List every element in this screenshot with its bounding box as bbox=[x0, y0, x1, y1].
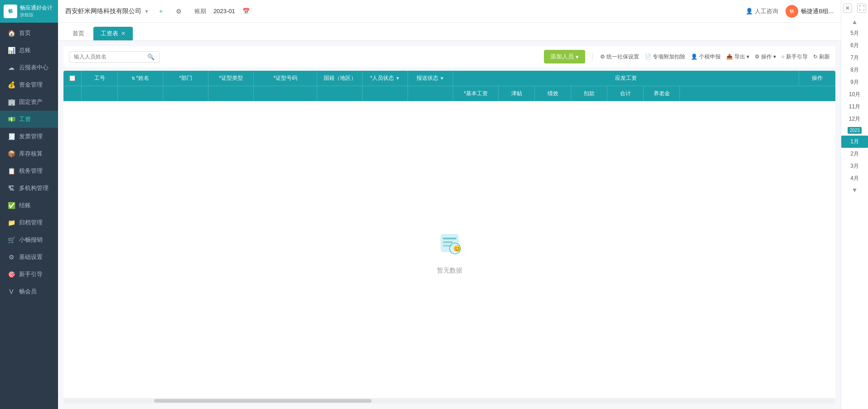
user-avatar: 畅 bbox=[786, 5, 798, 18]
main-area: 西安虾米网络科技有限公司 ▼ ＋ ⚙ 账期 2023-01 📅 👤 人工咨询 畅… bbox=[58, 0, 841, 409]
special-icon: 📄 bbox=[645, 54, 651, 60]
tab-close-icon[interactable]: ✕ bbox=[121, 30, 126, 37]
sidebar-item-cloud[interactable]: ☁ 云报表中心 bbox=[0, 59, 58, 76]
sidebar-label-cloud: 云报表中心 bbox=[19, 63, 48, 72]
guide-button[interactable]: ○ 新手引导 bbox=[781, 53, 808, 61]
company-dropdown-arrow: ▼ bbox=[144, 9, 149, 14]
sidebar-item-payroll[interactable]: 💵 工资 bbox=[0, 111, 58, 128]
panel-controls: ✕ ⛶ bbox=[841, 2, 868, 13]
status-filter-icon[interactable]: ▼ bbox=[395, 76, 400, 81]
sidebar-item-expense[interactable]: 🛒 小畅报销 bbox=[0, 231, 58, 248]
month-4[interactable]: 4月 bbox=[841, 172, 868, 185]
sidebar-label-archive: 归档管理 bbox=[19, 219, 43, 227]
social-icon: ⚙ bbox=[600, 54, 605, 60]
toolbar-left: 🔍 bbox=[69, 51, 160, 63]
th-name: ⇅ *姓名 bbox=[118, 71, 163, 86]
th-performance: 绩效 bbox=[535, 86, 571, 101]
month-2[interactable]: 2月 bbox=[841, 148, 868, 160]
logo-icon: 畅 bbox=[4, 5, 17, 18]
sidebar-item-funds[interactable]: 💰 资金管理 bbox=[0, 76, 58, 93]
scrollbar-thumb[interactable] bbox=[154, 399, 372, 403]
month-10[interactable]: 10月 bbox=[841, 88, 868, 101]
tab-home[interactable]: 首页 bbox=[65, 27, 92, 40]
sidebar-label-funds: 资金管理 bbox=[19, 81, 43, 89]
month-8[interactable]: 8月 bbox=[841, 64, 868, 76]
actions-button[interactable]: ⚙ 操作 ▾ bbox=[755, 53, 776, 61]
tax-report-button[interactable]: 👤 个税申报 bbox=[691, 53, 721, 61]
panel-maximize-button[interactable]: ⛶ bbox=[857, 4, 866, 13]
period-value: 2023-01 bbox=[213, 8, 235, 15]
tax-icon: 📋 bbox=[7, 167, 15, 175]
sidebar-item-inventory[interactable]: 📦 库存核算 bbox=[0, 145, 58, 162]
multi-icon: 🏗 bbox=[7, 185, 15, 192]
year-up-arrow[interactable]: ▲ bbox=[849, 16, 860, 27]
panel-close-button[interactable]: ✕ bbox=[843, 4, 852, 13]
horizontal-scrollbar[interactable] bbox=[63, 398, 835, 404]
service-button[interactable]: 👤 人工咨询 bbox=[746, 7, 778, 15]
settings-gear-button[interactable]: ⚙ bbox=[173, 5, 185, 18]
sidebar-item-archive[interactable]: 📁 归档管理 bbox=[0, 214, 58, 231]
close-period-icon: ✅ bbox=[7, 202, 15, 209]
sidebar-item-home[interactable]: 🏠 首页 bbox=[0, 24, 58, 42]
table-header-row2: *基本工资 津贴 绩效 扣款 合计 养老金 bbox=[63, 86, 835, 101]
month-7[interactable]: 7月 bbox=[841, 52, 868, 64]
sort-icon: ⇅ bbox=[131, 76, 135, 81]
month-12[interactable]: 12月 bbox=[841, 113, 868, 125]
month-9[interactable]: 9月 bbox=[841, 76, 868, 88]
th-spacer-dept bbox=[163, 86, 209, 101]
period-label: 账期 bbox=[194, 7, 206, 15]
table-header: 工号 ⇅ *姓名 *部门 *证型类型 *证型号码 bbox=[63, 71, 835, 101]
vip-icon: V bbox=[7, 288, 15, 295]
calendar-icon[interactable]: 📅 bbox=[242, 8, 250, 15]
report-filter-icon[interactable]: ▼ bbox=[440, 76, 444, 81]
social-security-button[interactable]: ⚙ 统一社保设置 bbox=[600, 53, 639, 61]
username: 畅捷通B组... bbox=[801, 7, 834, 15]
th-allowance: 津贴 bbox=[499, 86, 535, 101]
month-1-active[interactable]: 1月 bbox=[841, 136, 868, 148]
sidebar-item-invoice[interactable]: 🧾 发票管理 bbox=[0, 128, 58, 145]
add-person-button[interactable]: 添加人员 ▾ bbox=[544, 50, 585, 63]
export-button[interactable]: 📤 导出 ▾ bbox=[726, 53, 749, 61]
th-checkbox[interactable] bbox=[63, 71, 82, 86]
sidebar-label-home: 首页 bbox=[19, 29, 31, 37]
sidebar-item-assets[interactable]: 🏢 固定资产 bbox=[0, 93, 58, 111]
tab-payroll[interactable]: 工资表 ✕ bbox=[93, 27, 133, 40]
th-status: *人员状态 ▼ bbox=[363, 71, 408, 86]
th-spacer-check bbox=[63, 86, 82, 101]
empty-text: 暂无数据 bbox=[437, 267, 462, 275]
service-icon: 👤 bbox=[746, 8, 753, 15]
funds-icon: 💰 bbox=[7, 81, 15, 88]
search-input[interactable] bbox=[74, 54, 145, 60]
actions-dropdown-icon: ▾ bbox=[773, 54, 776, 60]
toolbar-right: 添加人员 ▾ ⚙ 统一社保设置 📄 专项附加扣除 👤 个税申报 📤 bbox=[544, 50, 830, 63]
invoice-icon: 🧾 bbox=[7, 133, 15, 140]
tax-icon-toolbar: 👤 bbox=[691, 54, 698, 60]
add-company-button[interactable]: ＋ bbox=[155, 5, 167, 18]
special-deduction-button[interactable]: 📄 专项附加扣除 bbox=[645, 53, 685, 61]
sidebar-item-close[interactable]: ✅ 结账 bbox=[0, 197, 58, 214]
sidebar-label-ledger: 总账 bbox=[19, 46, 31, 54]
svg-text:😊: 😊 bbox=[453, 245, 461, 253]
sidebar-item-settings[interactable]: ⚙ 基础设置 bbox=[0, 248, 58, 266]
sidebar-item-multi[interactable]: 🏗 多机构管理 bbox=[0, 180, 58, 197]
month-5[interactable]: 5月 bbox=[841, 27, 868, 39]
sidebar-label-tax: 税务管理 bbox=[19, 167, 43, 175]
sidebar-item-guide[interactable]: 🎯 新手引导 bbox=[0, 266, 58, 283]
year-down-arrow[interactable]: ▼ bbox=[849, 185, 860, 195]
sidebar-item-tax[interactable]: 📋 税务管理 bbox=[0, 162, 58, 180]
search-box: 🔍 bbox=[69, 51, 160, 63]
refresh-icon: ↻ bbox=[813, 54, 818, 60]
payroll-icon: 💵 bbox=[7, 116, 15, 123]
sidebar-item-ledger[interactable]: 📊 总账 bbox=[0, 42, 58, 59]
company-selector[interactable]: 西安虾米网络科技有限公司 ▼ bbox=[65, 7, 149, 15]
month-11[interactable]: 11月 bbox=[841, 101, 868, 113]
export-dropdown-icon: ▾ bbox=[747, 54, 749, 60]
header-right: 👤 人工咨询 畅 畅捷通B组... bbox=[746, 5, 834, 18]
select-all-checkbox[interactable] bbox=[69, 75, 75, 81]
month-6[interactable]: 6月 bbox=[841, 39, 868, 52]
refresh-button[interactable]: ↻ 刷新 bbox=[813, 53, 830, 61]
svg-rect-1 bbox=[443, 238, 456, 239]
month-3[interactable]: 3月 bbox=[841, 160, 868, 172]
sidebar-item-vip[interactable]: V 畅会员 bbox=[0, 283, 58, 300]
actions-icon: ⚙ bbox=[755, 54, 760, 60]
